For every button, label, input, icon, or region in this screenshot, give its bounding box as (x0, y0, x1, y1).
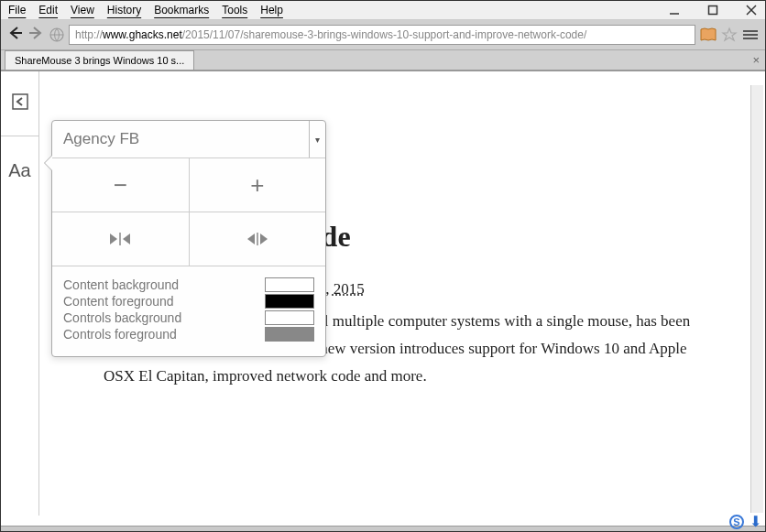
menu-bookmarks[interactable]: Bookmarks (154, 4, 209, 16)
back-button[interactable] (6, 24, 25, 46)
bookmark-star-icon[interactable] (721, 27, 738, 43)
content-fg-swatch[interactable] (265, 294, 314, 309)
vertical-scrollbar[interactable] (750, 85, 763, 513)
download-indicator-icon[interactable]: ⬇ (750, 513, 761, 530)
controls-fg-label: Controls foreground (63, 327, 265, 342)
status-bar (1, 526, 765, 531)
reader-font-button[interactable]: Aa (5, 153, 35, 188)
controls-fg-swatch[interactable] (265, 327, 314, 342)
menu-hamburger-icon[interactable] (741, 28, 760, 41)
menu-file[interactable]: File (8, 4, 26, 16)
menu-history[interactable]: History (107, 4, 141, 16)
menu-help[interactable]: Help (260, 4, 283, 16)
controls-bg-swatch[interactable] (265, 310, 314, 325)
reader-mode-icon[interactable] (699, 27, 717, 42)
width-narrow-button[interactable] (52, 212, 190, 266)
svg-rect-1 (709, 6, 717, 15)
font-decrease-button[interactable]: − (52, 158, 190, 212)
font-settings-popup: Agency FB ▾ − + Content background Conte… (51, 120, 326, 357)
reader-exit-icon[interactable] (5, 84, 35, 119)
content-fg-label: Content foreground (63, 294, 265, 309)
tab-close-icon[interactable]: × (752, 53, 760, 67)
svg-rect-7 (13, 94, 27, 109)
content-bg-swatch[interactable] (265, 277, 314, 292)
controls-bg-label: Controls background (63, 310, 265, 325)
font-family-select[interactable]: Agency FB (52, 121, 309, 157)
tab-active[interactable]: ShareMouse 3 brings Windows 10 s... (5, 50, 194, 70)
navigation-toolbar: http://www.ghacks.net/2015/11/07/sharemo… (1, 20, 765, 50)
maximize-button[interactable] (706, 4, 719, 19)
forward-button[interactable] (27, 24, 45, 46)
menu-view[interactable]: View (71, 4, 94, 16)
tab-bar: ShareMouse 3 brings Windows 10 s... × (1, 50, 765, 71)
site-identity-icon[interactable] (49, 27, 65, 43)
menu-tools[interactable]: Tools (222, 4, 247, 16)
font-increase-button[interactable]: + (190, 158, 326, 212)
dropdown-icon[interactable]: ▾ (309, 121, 325, 157)
url-bar[interactable]: http://www.ghacks.net/2015/11/07/sharemo… (69, 25, 695, 45)
url-text: http://www.ghacks.net/2015/11/07/sharemo… (75, 28, 689, 41)
width-wide-button[interactable] (190, 212, 326, 266)
reader-sidebar: Aa (1, 71, 39, 516)
status-indicator-icon[interactable]: S (729, 515, 744, 529)
menu-edit[interactable]: Edit (38, 4, 58, 16)
minimize-button[interactable] (668, 4, 681, 19)
menu-bar: File Edit View History Bookmarks Tools H… (1, 1, 765, 20)
close-button[interactable] (745, 4, 758, 19)
content-bg-label: Content background (63, 277, 265, 292)
